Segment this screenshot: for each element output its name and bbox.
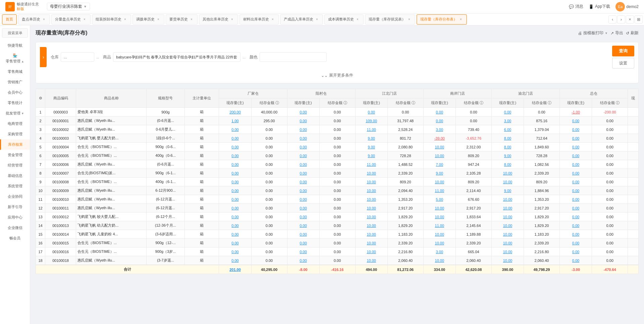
tab-fen-hist[interactable]: 分量盘点单历史 ×: [51, 14, 91, 25]
row-d5q[interactable]: 10.00: [491, 247, 524, 256]
row-d5q[interactable]: 9.00: [491, 186, 524, 195]
row-d4q[interactable]: 10.00: [423, 230, 455, 239]
row-d3q[interactable]: 109.00: [355, 117, 387, 125]
row-d4q[interactable]: 11.00: [423, 186, 455, 195]
row-tq[interactable]: 0.00: [559, 195, 592, 204]
sidebar-item-retail[interactable]: 🏪 零售管理 ▲: [0, 51, 30, 66]
row-d3q[interactable]: 0.00: [355, 108, 387, 117]
row-d1q[interactable]: 0.00: [219, 169, 251, 178]
sidebar-item-retail-stat[interactable]: 零售统计: [0, 98, 30, 108]
row-tq[interactable]: 0.00: [559, 125, 592, 134]
tab-next-btn[interactable]: ›: [617, 15, 625, 24]
row-d4q[interactable]: 0.00: [423, 108, 455, 117]
product-dots[interactable]: ...: [243, 55, 245, 59]
row-tq[interactable]: -1.00: [559, 108, 592, 117]
row-d2q[interactable]: 0.00: [287, 221, 319, 230]
row-d3q[interactable]: 10.00: [355, 169, 387, 178]
row-d5q[interactable]: 10.00: [491, 204, 524, 213]
row-d2q[interactable]: 0.00: [287, 108, 319, 117]
tab-tiao-hist[interactable]: 调拨单历史 ×: [132, 14, 164, 25]
row-d4q[interactable]: 10.00: [423, 143, 455, 151]
row-tq[interactable]: 0.00: [559, 221, 592, 230]
row-d3q[interactable]: 10.00: [355, 256, 387, 265]
refresh-btn[interactable]: ↺ 刷新: [626, 30, 639, 36]
sidebar-item-apps[interactable]: 应用中心: [0, 212, 30, 223]
sidebar-item-quick[interactable]: 快捷导航: [0, 40, 30, 51]
row-d2q[interactable]: 0.00: [287, 178, 319, 186]
row-d5q[interactable]: 10.00: [491, 178, 524, 186]
row-d2q[interactable]: 0.00: [287, 117, 319, 125]
row-d1q[interactable]: 0.00: [219, 221, 251, 230]
sidebar-item-purchase[interactable]: 采购管理: [0, 129, 30, 139]
row-tq[interactable]: 0.00: [559, 213, 592, 221]
sidebar-item-stock[interactable]: 库存核算: [0, 139, 30, 150]
row-tq[interactable]: 0.00: [559, 117, 592, 125]
row-d4q[interactable]: 7.00: [423, 160, 455, 169]
row-d3q[interactable]: 10.00: [355, 213, 387, 221]
row-d1q[interactable]: 0.00: [219, 160, 251, 169]
row-d4q[interactable]: 9.00: [423, 169, 455, 178]
tab-prev-btn[interactable]: ‹: [608, 15, 616, 24]
row-d1q[interactable]: 0.00: [219, 143, 251, 151]
row-d2q[interactable]: 0.00: [287, 151, 319, 160]
query-button[interactable]: 查询: [612, 46, 634, 56]
row-d4q[interactable]: 0.00: [423, 117, 455, 125]
tab-mat-out[interactable]: 材料出库单历史 ×: [239, 14, 279, 25]
row-d3q[interactable]: 10.00: [355, 195, 387, 204]
row-d3q[interactable]: 10.00: [355, 178, 387, 186]
row-d5q[interactable]: 8.00: [491, 143, 524, 151]
row-d3q[interactable]: 10.00: [355, 221, 387, 230]
row-d2q[interactable]: 0.00: [287, 169, 319, 178]
row-d2q[interactable]: 0.00: [287, 230, 319, 239]
row-d5q[interactable]: 10.00: [491, 213, 524, 221]
row-d1q[interactable]: 0.00: [219, 151, 251, 160]
row-d5q[interactable]: 10.00: [491, 221, 524, 230]
tab-close-all-btn[interactable]: ×: [626, 15, 634, 24]
row-d2q[interactable]: 0.00: [287, 195, 319, 204]
search-input[interactable]: [2, 28, 28, 38]
tab-close-stock-dist[interactable]: ×: [459, 17, 463, 22]
row-tq[interactable]: 0.00: [559, 134, 592, 143]
row-d1q[interactable]: 0.00: [219, 186, 251, 195]
settings-button[interactable]: 设置: [612, 58, 634, 68]
row-d3q[interactable]: 10.00: [355, 230, 387, 239]
warehouse-dots[interactable]: ...: [96, 55, 99, 59]
filter-collapse-btn[interactable]: ›: [40, 47, 47, 67]
tab-close-cost-adj[interactable]: ×: [355, 17, 360, 22]
row-d4q[interactable]: 10.00: [423, 151, 455, 160]
tab-zu-hist[interactable]: 组装拆卸单历史 ×: [92, 14, 131, 25]
row-tq[interactable]: 0.00: [559, 160, 592, 169]
row-d1q[interactable]: 0.00: [219, 230, 251, 239]
tab-pd-hist[interactable]: 盘点单历史 ×: [18, 14, 50, 25]
row-tq[interactable]: 0.00: [559, 151, 592, 160]
row-d2q[interactable]: 0.00: [287, 213, 319, 221]
tab-close-zu-hist[interactable]: ×: [123, 17, 127, 22]
row-d3q[interactable]: 10.00: [355, 186, 387, 195]
row-tq[interactable]: 0.00: [559, 230, 592, 239]
industry-dropdown[interactable]: 母婴行业演示陈套 ▼: [47, 3, 90, 10]
row-d1q[interactable]: 0.00: [219, 213, 251, 221]
product-input[interactable]: [113, 52, 240, 62]
row-tq[interactable]: 0.00: [559, 178, 592, 186]
warehouse-input[interactable]: [61, 52, 94, 62]
row-d3q[interactable]: 10.00: [355, 239, 387, 247]
sidebar-item-retail-shop[interactable]: 零售商城: [0, 66, 30, 77]
expand-more-btn[interactable]: ⌄⌄ 展开更多条件: [318, 71, 356, 80]
row-d5q[interactable]: 3.00: [491, 117, 524, 125]
row-d2q[interactable]: 0.00: [287, 256, 319, 265]
row-d5q[interactable]: 10.00: [491, 169, 524, 178]
tab-stock-status[interactable]: 现存量（库存状况表） ×: [365, 14, 415, 25]
row-d1q[interactable]: 0.00: [219, 204, 251, 213]
row-tq[interactable]: 0.00: [559, 143, 592, 151]
row-d5q[interactable]: 6.00: [491, 125, 524, 134]
app-download-btn[interactable]: 📱 App下载: [589, 4, 610, 9]
row-d2q[interactable]: 0.00: [287, 247, 319, 256]
row-d5q[interactable]: 10.00: [491, 239, 524, 247]
row-d2q[interactable]: 0.00: [287, 160, 319, 169]
row-d5q[interactable]: 8.00: [491, 160, 524, 169]
row-d3q[interactable]: 11.00: [355, 125, 387, 134]
row-tq[interactable]: 0.00: [559, 247, 592, 256]
print-btn[interactable]: 🖨 按模板打印 ▼: [578, 30, 608, 36]
row-d1q[interactable]: 0.00: [219, 195, 251, 204]
row-d1q[interactable]: 0.00: [219, 247, 251, 256]
